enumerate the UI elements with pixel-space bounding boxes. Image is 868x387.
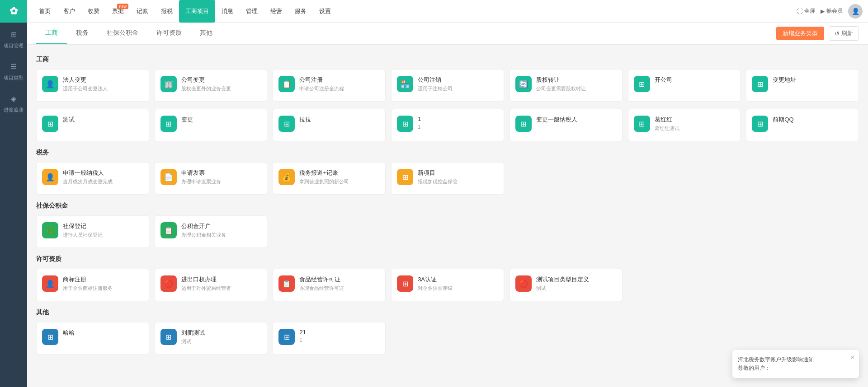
nav-settings[interactable]: 设置 xyxy=(313,0,337,23)
card-icon-apply-invoice: 📄 xyxy=(160,169,177,185)
logo[interactable]: ✿ xyxy=(0,0,27,23)
card-tax-report[interactable]: 💰 税务报道+记账 拿到营业执照的新公司 xyxy=(273,162,386,195)
member-icon: ▶ xyxy=(821,8,825,14)
member-button[interactable]: ▶ 畅会员 xyxy=(821,7,843,15)
card-change1[interactable]: ⊞ 变更 xyxy=(155,109,268,141)
card-icon-trademark: 👤 xyxy=(42,275,58,292)
cards-grid-social: 🌿 社保登记 进行人员社保登记 📋 公积金开户 办理公积金相关业务 xyxy=(36,215,859,248)
project-manage-icon: ⊞ xyxy=(7,28,20,41)
card-icon-mohonghong: ⊞ xyxy=(634,116,650,132)
sidebar-item-label: 进度监测 xyxy=(4,107,24,113)
header-actions: 新增业务类型 ↺ 刷新 xyxy=(776,26,859,41)
nav-operations[interactable]: 经营 xyxy=(264,0,288,23)
card-desc: 办理公积金相关业务 xyxy=(181,232,262,238)
card-icon-21: ⊞ xyxy=(278,329,295,345)
card-icon-change-general: ⊞ xyxy=(515,116,532,132)
card-title: 公积金开户 xyxy=(181,222,262,230)
card-change-general[interactable]: ⊞ 变更一般纳税人 xyxy=(509,109,623,141)
refresh-button[interactable]: ↺ 刷新 xyxy=(829,26,859,41)
card-test-type[interactable]: 🔴 测试项目类型目定义 测试 xyxy=(509,269,623,301)
card-one[interactable]: ⊞ 1 1 xyxy=(391,109,504,141)
new-badge: new xyxy=(117,4,128,9)
tab-license[interactable]: 许可资质 xyxy=(147,23,191,44)
card-icon-company-cancel: 🏪 xyxy=(397,76,413,92)
sidebar-item-label: 项目管理 xyxy=(4,42,24,49)
nav-service[interactable]: 服务 xyxy=(288,0,313,23)
nav-customer[interactable]: 客户 xyxy=(57,0,81,23)
card-icon-lala: ⊞ xyxy=(278,116,295,132)
card-title: 公司变更 xyxy=(181,76,262,84)
nav-tax[interactable]: 报税 xyxy=(155,0,179,23)
topnav-items: 首页 客户 收费 票据 new 记账 报税 工商项目 消息 管理 经营 服务 设… xyxy=(33,0,797,23)
card-desc: 用于企业商标注册服务 xyxy=(63,285,143,292)
sidebar-item-progress-monitor[interactable]: ◈ 进度监测 xyxy=(0,87,27,119)
card-icon-test1: ⊞ xyxy=(42,116,58,132)
notification-popup: × 河北税务数字账户升级影响通知 尊敬的用户： xyxy=(732,350,859,378)
notification-close-button[interactable]: × xyxy=(851,354,854,361)
card-company-cancel[interactable]: 🏪 公司注销 适用于注销公司 xyxy=(391,69,504,102)
card-3a[interactable]: ⊞ 3A认证 对企业信誉评级 xyxy=(391,269,504,301)
card-title: 社保登记 xyxy=(63,222,143,230)
nav-industry[interactable]: 工商项目 xyxy=(179,0,215,23)
card-import-export[interactable]: 🔴 进出口权办理 适用于对外贸易经营者 xyxy=(155,269,268,301)
card-lala[interactable]: ⊞ 拉拉 xyxy=(273,109,386,141)
card-food-license[interactable]: 📋 食品经营许可证 办理食品经营许可证 xyxy=(273,269,386,301)
card-test1[interactable]: ⊞ 测试 xyxy=(36,109,149,141)
card-company-register[interactable]: 📋 公司注册 申请公司注册全流程 xyxy=(273,69,386,102)
card-new-project[interactable]: ⊞ 新项目 报税加税控盘保管 xyxy=(391,162,504,195)
cards-grid-license: 👤 商标注册 用于企业商标注册服务 🔴 进出口权办理 适用于对外贸易经营者 📋 xyxy=(36,269,859,301)
fullscreen-icon: ⛶ xyxy=(797,8,802,14)
tab-industry[interactable]: 工商 xyxy=(36,23,67,44)
nav-billing[interactable]: 收费 xyxy=(81,0,106,23)
card-front-qq[interactable]: ⊞ 前期QQ xyxy=(746,109,859,141)
card-legal-change[interactable]: 👤 法人变更 适用于公司变更法人 xyxy=(36,69,149,102)
tab-tax[interactable]: 税务 xyxy=(67,23,98,44)
nav-tickets[interactable]: 票据 new xyxy=(106,0,130,23)
nav-messages[interactable]: 消息 xyxy=(215,0,240,23)
card-icon-company-register: 📋 xyxy=(278,76,295,92)
card-mohonghong[interactable]: ⊞ 葛红红 葛红红测试 xyxy=(628,109,741,141)
card-desc: 葛红红测试 xyxy=(655,125,735,132)
card-company-change[interactable]: 🏢 公司变更 股权变更外的业务变更 xyxy=(155,69,268,102)
nav-home[interactable]: 首页 xyxy=(33,0,57,23)
tab-other[interactable]: 其他 xyxy=(191,23,222,44)
sidebar-item-project-manage[interactable]: ⊞ 项目管理 xyxy=(0,23,27,55)
card-liupeng[interactable]: ⊞ 刘鹏测试 测试 xyxy=(155,322,268,354)
card-desc: 测试 xyxy=(181,338,262,345)
card-title: 测试 xyxy=(63,116,143,124)
card-title: 公司注册 xyxy=(299,76,380,84)
card-change-address[interactable]: ⊞ 变更地址 xyxy=(746,69,859,102)
card-title: 开公司 xyxy=(655,76,735,84)
card-apply-general[interactable]: 👤 申请一般纳税人 当月或次月成变更完成 xyxy=(36,162,149,195)
new-type-button[interactable]: 新增业务类型 xyxy=(776,27,824,40)
card-social-register[interactable]: 🌿 社保登记 进行人员社保登记 xyxy=(36,215,149,248)
nav-bookkeeping[interactable]: 记账 xyxy=(130,0,155,23)
card-haha[interactable]: ⊞ 哈哈 xyxy=(36,322,149,354)
card-title: 变更一般纳税人 xyxy=(536,116,617,124)
card-icon-equity-transfer: 🔄 xyxy=(515,76,532,92)
notification-content: 河北税务数字账户升级影响通知 尊敬的用户： xyxy=(738,355,854,373)
card-equity-transfer[interactable]: 🔄 股权转让 公司变更需要股权转让 xyxy=(509,69,623,102)
card-desc: 1 xyxy=(418,124,498,131)
card-desc: 申请公司注册全流程 xyxy=(299,85,380,92)
card-icon-tax-report: 💰 xyxy=(278,169,295,185)
tab-social-security[interactable]: 社保公积金 xyxy=(98,23,147,44)
card-open-company[interactable]: ⊞ 开公司 xyxy=(628,69,741,102)
card-title: 商标注册 xyxy=(63,275,143,284)
card-title: 21 xyxy=(299,329,380,336)
card-21[interactable]: ⊞ 21 1 xyxy=(273,322,386,354)
nav-manage[interactable]: 管理 xyxy=(240,0,264,23)
sidebar-item-project-type[interactable]: ☰ 项目类型 xyxy=(0,55,27,87)
card-apply-invoice[interactable]: 📄 申请发票 办理申请发票业务 xyxy=(155,162,268,195)
card-icon-liupeng: ⊞ xyxy=(160,329,177,345)
fullscreen-button[interactable]: ⛶ 全屏 xyxy=(797,7,815,15)
card-desc: 公司变更需要股权转让 xyxy=(536,85,617,92)
card-fund-open[interactable]: 📋 公积金开户 办理公积金相关业务 xyxy=(155,215,268,248)
card-trademark[interactable]: 👤 商标注册 用于企业商标注册服务 xyxy=(36,269,149,301)
card-icon-one: ⊞ xyxy=(397,116,413,132)
avatar[interactable]: 👤 xyxy=(848,4,863,19)
tab-bar: 工商 税务 社保公积金 许可资质 其他 xyxy=(36,23,776,44)
card-title: 3A认证 xyxy=(418,275,498,284)
progress-monitor-icon: ◈ xyxy=(7,92,20,105)
card-title: 新项目 xyxy=(418,169,498,177)
